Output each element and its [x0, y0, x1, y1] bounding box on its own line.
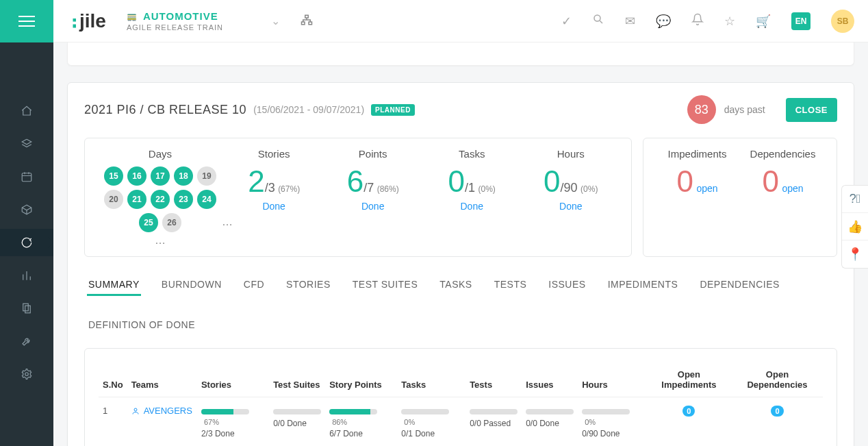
logo[interactable]: ᎓jile — [70, 10, 106, 32]
day-bubbles: 151617181920212223242526… — [96, 166, 225, 232]
points-big: 6 — [347, 166, 363, 197]
tab-tests[interactable]: TESTS — [493, 275, 528, 296]
points-cell: Points 6/7 (86%) Done — [323, 148, 422, 247]
hours-cell: Hours 0/90 (0%) Done — [521, 148, 620, 247]
days-past-label: days past — [724, 104, 765, 115]
day-bubble[interactable]: 18 — [174, 166, 193, 186]
tab-issues[interactable]: ISSUES — [547, 275, 587, 296]
sidebar-docs[interactable] — [0, 295, 53, 322]
search-icon[interactable] — [592, 13, 604, 29]
hours-label: Hours — [521, 148, 620, 160]
day-bubble[interactable]: 22 — [151, 190, 170, 209]
col-open-dependencies: Open Dependencies — [732, 362, 823, 397]
svg-rect-6 — [25, 306, 31, 313]
approve-icon[interactable]: ✓ — [561, 14, 572, 29]
day-bubble[interactable]: 23 — [174, 190, 193, 209]
mail-icon[interactable]: ✉ — [625, 14, 635, 29]
col-issues: Issues — [522, 362, 578, 397]
avatar[interactable]: SB — [831, 10, 854, 33]
impediments-chip[interactable]: 0 — [682, 406, 695, 417]
tasks-pct: (0%) — [478, 184, 496, 194]
stories-pct: (67%) — [278, 184, 300, 194]
hours-den: /90 — [561, 181, 578, 195]
primary-stats: Days 151617181920212223242526… … Stories… — [84, 138, 632, 257]
tab-burndown[interactable]: BURNDOWN — [160, 275, 223, 296]
svg-rect-2 — [309, 22, 312, 25]
help-rail: ?⃝ 👍 📍 — [841, 185, 868, 269]
cell-points: 86%6/7 Done — [325, 397, 397, 447]
tab-impediments[interactable]: IMPEDIMENTS — [607, 275, 680, 296]
release-card: 2021 PI6 / CB RELEASE 10 (15/06/2021 - 0… — [67, 82, 854, 446]
help-icon[interactable]: ?⃝ — [842, 186, 868, 213]
dependencies-cell: Dependencies 0 open — [740, 148, 826, 247]
release-title: 2021 PI6 / CB RELEASE 10 — [84, 103, 246, 117]
day-bubble[interactable]: 20 — [104, 190, 123, 209]
tab-tasks[interactable]: TASKS — [438, 275, 473, 296]
tab-summary[interactable]: SUMMARY — [87, 275, 141, 296]
stories-done-link[interactable]: Done — [262, 201, 285, 212]
sidebar-tools[interactable] — [0, 327, 53, 355]
day-bubble[interactable]: 17 — [151, 166, 170, 186]
star-icon[interactable]: ☆ — [724, 14, 735, 29]
tabs: SUMMARYBURNDOWNCFDSTORIESTEST SUITESTASK… — [84, 275, 837, 334]
table-body: 1AVENGERS67%2/3 Done0/0 Done86%6/7 Done0… — [99, 397, 823, 447]
day-bubble[interactable]: 19 — [197, 166, 216, 186]
chat-icon[interactable]: 💬 — [656, 14, 671, 29]
sidebar-reports[interactable] — [0, 262, 53, 289]
day-bubble[interactable]: 24 — [197, 190, 216, 209]
col-s-no: S.No — [99, 362, 127, 397]
day-bubble[interactable]: 15 — [104, 166, 123, 186]
dependencies-open-link[interactable]: open — [782, 183, 803, 194]
summary-table: S.NoTeamsStoriesTest SuitesStory PointsT… — [99, 362, 823, 446]
sidebar-sprint[interactable] — [0, 229, 53, 256]
main: 2021 PI6 / CB RELEASE 10 (15/06/2021 - 0… — [53, 42, 868, 446]
project-name: AUTOMOTIVE — [143, 10, 218, 22]
day-bubble[interactable]: 26 — [162, 213, 181, 232]
tab-stories[interactable]: STORIES — [285, 275, 332, 296]
table-row: 1AVENGERS67%2/3 Done0/0 Done86%6/7 Done0… — [99, 397, 823, 447]
col-open-impediments: Open Impediments — [646, 362, 732, 397]
col-tests: Tests — [465, 362, 522, 397]
points-label: Points — [323, 148, 422, 160]
thumbs-up-icon[interactable]: 👍 — [842, 213, 868, 240]
day-bubble[interactable]: 16 — [127, 166, 146, 186]
language-badge[interactable]: EN — [791, 12, 810, 30]
days-cell: Days 151617181920212223242526… … — [96, 148, 225, 247]
signpost-icon[interactable]: 📍 — [842, 240, 868, 268]
ellipsis-icon: … — [222, 216, 233, 228]
sidebar-layers[interactable] — [0, 130, 53, 158]
cell-stories: 67%2/3 Done — [197, 397, 269, 447]
bell-icon[interactable] — [691, 13, 704, 29]
breadcrumb[interactable]: 🚃 AUTOMOTIVE AGILE RELEASE TRAIN — [127, 10, 223, 32]
hours-done-link[interactable]: Done — [559, 201, 582, 212]
chevron-down-icon[interactable]: ⌄ — [271, 14, 280, 27]
hierarchy-icon[interactable] — [301, 14, 313, 29]
col-hours: Hours — [578, 362, 646, 397]
tasks-done-link[interactable]: Done — [460, 201, 483, 212]
tab-dependencies[interactable]: DEPENDENCIES — [698, 275, 780, 296]
impediments-cell: Impediments 0 open — [654, 148, 740, 247]
dependencies-chip[interactable]: 0 — [771, 406, 783, 417]
tab-definition-of-done[interactable]: DEFINITION OF DONE — [87, 315, 196, 334]
tab-cfd[interactable]: CFD — [242, 275, 266, 296]
hamburger-menu[interactable] — [0, 0, 53, 42]
tasks-cell: Tasks 0/1 (0%) Done — [422, 148, 522, 247]
day-bubble[interactable]: 25 — [139, 213, 158, 232]
hours-pct: (0%) — [580, 184, 598, 194]
sidebar-settings[interactable] — [0, 360, 53, 388]
cart-icon[interactable]: 🛒 — [756, 14, 771, 29]
stats-row: Days 151617181920212223242526… … Stories… — [84, 138, 837, 257]
team-link[interactable]: AVENGERS — [131, 406, 193, 416]
close-button[interactable]: CLOSE — [786, 98, 837, 122]
day-bubble[interactable]: 21 — [127, 190, 146, 209]
tab-test-suites[interactable]: TEST SUITES — [351, 275, 419, 296]
sidebar-home[interactable] — [0, 97, 53, 125]
cell-suites: 0/0 Done — [269, 397, 325, 447]
summary-table-card: S.NoTeamsStoriesTest SuitesStory PointsT… — [84, 348, 837, 446]
sidebar-box[interactable] — [0, 196, 53, 223]
impediments-open-link[interactable]: open — [696, 183, 717, 194]
stories-big: 2 — [248, 166, 264, 197]
sidebar-calendar[interactable] — [0, 163, 53, 190]
svg-rect-4 — [22, 173, 31, 182]
points-done-link[interactable]: Done — [361, 201, 384, 212]
